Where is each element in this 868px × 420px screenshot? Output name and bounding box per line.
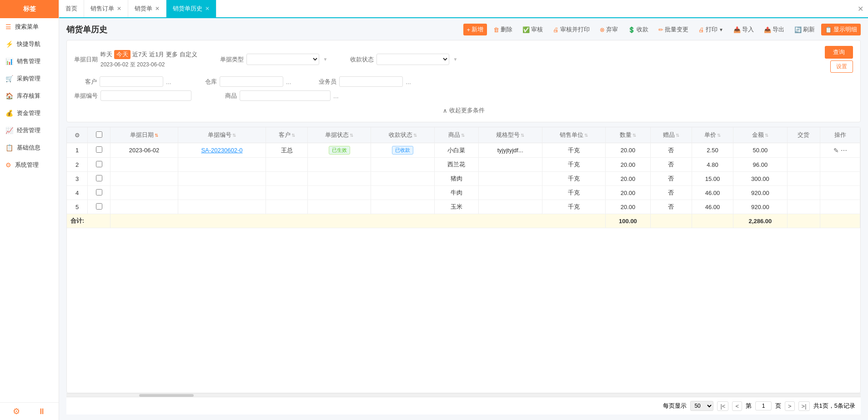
sidebar-item-finance-mgmt[interactable]: 💰 资金管理 [0,105,59,122]
scrollbar-thumb[interactable] [139,394,194,397]
shortcut-today[interactable]: 今天 [114,50,130,59]
row-action-2[interactable] [820,172,860,186]
print-button[interactable]: 🖨 打印 ▼ [695,24,727,35]
set-button[interactable]: 设置 [830,60,853,73]
first-page-button[interactable]: |< [717,401,728,411]
tab-sales-order-close[interactable]: ✕ [117,5,121,12]
abandon-button[interactable]: ⊗ 弃审 [596,24,622,35]
col-gear[interactable]: ⚙ [67,127,88,143]
per-page-select[interactable]: 50 100 200 [690,401,713,411]
customer-ellipsis-icon[interactable]: ... [166,78,171,85]
sidebar-item-quick-nav[interactable]: ⚡ 快捷导航 [0,35,59,53]
row-doc-no-4[interactable] [178,200,266,214]
customer-input[interactable] [100,76,163,87]
goods-input[interactable] [240,90,331,101]
col-qty[interactable]: 数量⇅ [606,127,650,143]
collect-button[interactable]: 💲 收款 [624,24,652,35]
sidebar-item-sys-mgmt[interactable]: ⚙ 系统管理 [0,156,59,174]
tab-sales-history[interactable]: 销货单历史 ✕ [166,0,216,17]
row-checkbox-1[interactable] [88,158,110,172]
payment-status-select[interactable] [376,54,449,65]
tab-bar-close-all[interactable]: ✕ [858,5,868,13]
doc-type-select[interactable] [246,54,319,65]
row-checkbox-3[interactable] [88,186,110,200]
sidebar-item-sales-mgmt[interactable]: 📊 销售管理 [0,53,59,70]
doc-no-link-0[interactable]: SA-20230602-0 [201,147,242,154]
audit-button[interactable]: ✅ 审核 [519,24,547,35]
tab-sales-history-close[interactable]: ✕ [205,5,210,12]
sidebar-item-inventory[interactable]: 🏠 库存核算 [0,87,59,105]
sidebar-collapse-icon[interactable]: ⏸ [38,407,46,416]
sidebar-item-operations[interactable]: 📈 经营管理 [0,122,59,139]
row-trade-1 [787,158,820,172]
show-detail-button[interactable]: 📋 显示明细 [821,24,861,35]
warehouse-input[interactable] [220,76,283,87]
batch-change-button[interactable]: ✏ 批量变更 [655,24,692,35]
row-select-4[interactable] [96,203,102,210]
row-checkbox-2[interactable] [88,172,110,186]
col-gift[interactable]: 赠品⇅ [650,127,692,143]
row-checkbox-4[interactable] [88,200,110,214]
col-spec-type[interactable]: 规格型号⇅ [478,127,542,143]
sidebar-item-base-info[interactable]: 📋 基础信息 [0,139,59,156]
sidebar-settings-icon[interactable]: ⚙ [13,406,20,416]
row-doc-no-3[interactable] [178,186,266,200]
row-amount-4: 920.00 [733,200,787,214]
row-action-4[interactable] [820,200,860,214]
audit-print-button[interactable]: 🖨 审核并打印 [549,24,593,35]
row-select-1[interactable] [96,161,102,167]
staff-ellipsis-icon[interactable]: ... [406,78,411,85]
shortcut-custom[interactable]: 自定义 [180,50,197,59]
tab-sales-goods[interactable]: 销货单 ✕ [128,0,166,17]
row-select-0[interactable] [96,146,102,153]
shortcut-more[interactable]: 更多 [166,50,178,59]
tab-sales-order[interactable]: 销售订单 ✕ [84,0,128,17]
row-action-3[interactable] [820,186,860,200]
delete-button[interactable]: 🗑 删除 [490,24,516,35]
select-all-checkbox[interactable] [96,131,102,138]
last-page-button[interactable]: >| [798,401,810,411]
edit-icon[interactable]: ✎ [833,147,839,154]
collapse-button[interactable]: ∧ 收起更多条件 [74,105,853,116]
goods-ellipsis-icon[interactable]: ... [333,92,339,100]
col-unit-price[interactable]: 单价⇅ [692,127,733,143]
next-page-button[interactable]: > [785,401,795,411]
shortcut-yesterday[interactable]: 昨天 [100,50,112,59]
col-amount[interactable]: 金额⇅ [733,127,787,143]
row-select-3[interactable] [96,189,102,195]
import-button[interactable]: 📥 导入 [730,24,758,35]
row-action-0[interactable]: ✎⋯ [820,143,860,158]
gear-settings-icon[interactable]: ⚙ [75,132,80,139]
shortcut-1month[interactable]: 近1月 [149,50,164,59]
row-checkbox-0[interactable] [88,143,110,158]
sidebar-item-purchase-mgmt[interactable]: 🛒 采购管理 [0,70,59,87]
row-doc-no-2[interactable] [178,172,266,186]
warehouse-ellipsis-icon[interactable]: ... [286,78,291,85]
row-select-2[interactable] [96,175,102,181]
row-action-1[interactable] [820,158,860,172]
row-doc-no-1[interactable] [178,158,266,172]
horizontal-scrollbar[interactable] [66,393,861,397]
new-button[interactable]: + 新增 [463,24,487,35]
sidebar-item-search-menu[interactable]: ☰ 搜索菜单 [0,18,59,35]
query-button[interactable]: 查询 [825,46,853,59]
tab-home[interactable]: 首页 [59,0,84,17]
col-doc-date[interactable]: 单据日期⇅ [110,127,178,143]
col-payment-status[interactable]: 收款状态⇅ [371,127,435,143]
shortcut-7days[interactable]: 近7天 [132,50,147,59]
export-button[interactable]: 📤 导出 [760,24,788,35]
prev-page-button[interactable]: < [732,401,742,411]
staff-input[interactable] [339,76,403,87]
col-sales-unit[interactable]: 销售单位⇅ [542,127,606,143]
more-icon[interactable]: ⋯ [841,147,847,154]
col-goods[interactable]: 商品⇅ [435,127,479,143]
col-customer[interactable]: 客户⇅ [266,127,307,143]
page-number-input[interactable]: 1 [755,401,772,410]
tab-sales-goods-close[interactable]: ✕ [155,5,160,12]
row-goods-4: 玉米 [435,200,479,214]
refresh-button[interactable]: 🔄 刷新 [791,24,818,35]
doc-no-input[interactable] [100,90,191,101]
row-doc-no-0[interactable]: SA-20230602-0 [178,143,266,158]
col-doc-status[interactable]: 单据状态⇅ [307,127,371,143]
col-doc-no[interactable]: 单据编号⇅ [178,127,266,143]
